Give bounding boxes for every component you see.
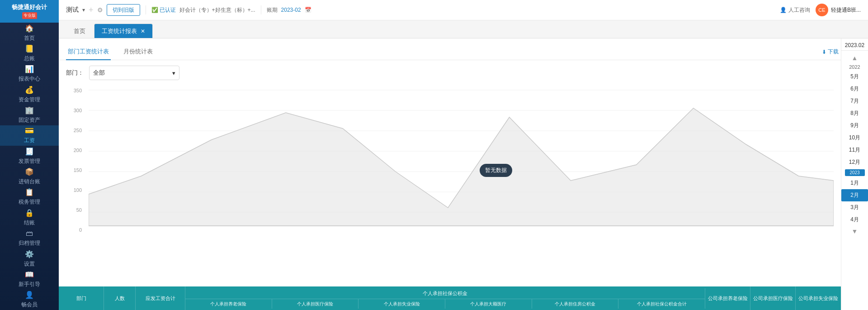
date-month-11[interactable]: 11月 xyxy=(841,144,868,156)
sidebar-label-member: 畅会员 xyxy=(21,301,38,309)
sidebar-item-settings[interactable]: ⚙️ 设置 xyxy=(0,248,59,269)
sidebar-item-salary[interactable]: 💳 工资 xyxy=(0,125,59,146)
tooltip-text: 暂无数据 xyxy=(485,167,507,173)
sidebar-item-closing[interactable]: 🔒 结账 xyxy=(0,207,59,228)
col-total-salary: 应发工资合计 xyxy=(136,286,185,310)
dept-select[interactable]: 全部 ▾ xyxy=(89,66,179,80)
sidebar-label-home: 首页 xyxy=(24,34,35,42)
sidebar-item-ledger[interactable]: 📒 总账 xyxy=(0,43,59,63)
certified-tag: ✅ 已认证 xyxy=(151,6,176,14)
user-info[interactable]: CE 轻捷通B班... xyxy=(816,4,861,16)
date-month-8[interactable]: 8月 xyxy=(841,107,868,119)
download-btn[interactable]: ⬇ 下载 xyxy=(822,48,839,56)
chevron-down-icon: ▾ xyxy=(172,70,175,76)
y-label-50: 50 xyxy=(66,207,82,213)
sidebar-label-ledger: 总账 xyxy=(24,55,35,62)
col-personal-unemployment: 个人承担失业保险 xyxy=(359,299,445,309)
col-personal-major-medical: 个人承担大额医疗 xyxy=(445,299,532,309)
y-label-100: 100 xyxy=(66,187,82,193)
sidebar-item-tax[interactable]: 📋 税务管理 xyxy=(0,187,59,207)
tab-home-label: 首页 xyxy=(74,27,85,35)
date-month-1[interactable]: 1月 xyxy=(841,177,868,189)
user-name: 轻捷通B班... xyxy=(831,6,861,14)
dept-select-value: 全部 xyxy=(93,69,105,77)
col-company-medical: 公司承担医疗保险 xyxy=(750,286,796,310)
sub-tab-dept[interactable]: 部门工资统计表 xyxy=(66,44,111,60)
date-month-10[interactable]: 10月 xyxy=(841,132,868,144)
sidebar-label-funds: 资金管理 xyxy=(19,96,40,104)
header-title: 测试 xyxy=(66,6,79,14)
period-label: 账期 xyxy=(267,6,278,14)
date-month-3[interactable]: 3月 xyxy=(841,201,868,214)
header-right: 👤 人工咨询 CE 轻捷通B班... xyxy=(780,4,861,16)
sidebar-item-archive[interactable]: 🗃 归档管理 xyxy=(0,228,59,248)
tab-bar: 首页 工资统计报表 ✕ xyxy=(59,20,868,38)
download-icon: ⬇ xyxy=(822,49,826,55)
period-value: 2023-02 xyxy=(281,7,301,13)
tab-salary-report-label: 工资统计报表 xyxy=(102,27,137,35)
tab-home[interactable]: 首页 xyxy=(66,24,93,38)
separator-1 xyxy=(146,5,146,14)
prev-year-label: 2022 xyxy=(848,63,861,71)
sidebar-label-archive: 归档管理 xyxy=(19,239,40,247)
col-dept: 部门 xyxy=(59,286,104,310)
date-month-12[interactable]: 12月 xyxy=(841,156,868,168)
sub-tab-monthly[interactable]: 月份统计表 xyxy=(122,44,155,60)
date-month-2[interactable]: 2月 xyxy=(841,189,868,201)
date-month-5[interactable]: 5月 xyxy=(841,71,868,83)
tax-icon: 📋 xyxy=(25,188,34,196)
header-dropdown[interactable]: ▾ xyxy=(82,7,85,13)
separator-2 xyxy=(261,5,261,14)
tab-close-btn[interactable]: ✕ xyxy=(141,28,145,34)
app-logo: 畅捷通好会计 专业版 xyxy=(0,0,59,23)
sidebar-label-assets: 固定资产 xyxy=(19,116,40,124)
chart-area xyxy=(89,108,834,226)
gear-button[interactable]: ⚙ xyxy=(97,6,103,14)
home-icon: 🏠 xyxy=(25,24,34,33)
y-label-0: 0 xyxy=(66,227,82,233)
sidebar-item-reports[interactable]: 📊 报表中心 xyxy=(0,64,59,84)
chart-container: 350 300 250 200 150 100 50 0 暂无数据 xyxy=(59,86,868,248)
calendar-icon[interactable]: 📅 xyxy=(305,7,311,13)
closing-icon: 🔒 xyxy=(25,209,34,217)
sidebar-item-invoice[interactable]: 🧾 发票管理 xyxy=(0,146,59,166)
group-header: 个人承担社保公积金 xyxy=(185,288,705,299)
add-button[interactable]: + xyxy=(89,5,94,15)
date-month-4[interactable]: 4月 xyxy=(841,214,868,226)
date-nav-down[interactable]: ▼ xyxy=(850,226,860,237)
col-company-unemployment: 公司承担失业保险 xyxy=(796,286,841,310)
sidebar-label-settings: 设置 xyxy=(24,260,35,268)
salary-icon: 💳 xyxy=(25,126,34,135)
sidebar-item-guide[interactable]: 📖 新手引导 xyxy=(0,269,59,289)
consult-btn[interactable]: 👤 人工咨询 xyxy=(780,6,810,14)
logo-badge: 专业版 xyxy=(22,12,37,19)
tab-salary-report[interactable]: 工资统计报表 ✕ xyxy=(94,24,153,38)
sidebar: 畅捷通好会计 专业版 🏠 首页 📒 总账 📊 报表中心 💰 资金管理 🏢 固定资… xyxy=(0,0,59,310)
sidebar-label-invoice: 发票管理 xyxy=(19,157,40,165)
year-2023-badge[interactable]: 2023 xyxy=(845,169,865,176)
y-label-200: 200 xyxy=(66,148,82,153)
sidebar-label-guide: 新手引导 xyxy=(19,281,40,288)
sidebar-item-inventory[interactable]: 📦 进销台账 xyxy=(0,166,59,186)
sidebar-label-inventory: 进销台账 xyxy=(19,178,40,186)
table-header: 部门 人数 应发工资合计 个人承担社保公积金 个人承担养老保险 个人承担医疗保险… xyxy=(59,286,841,310)
archive-icon: 🗃 xyxy=(26,229,33,238)
sidebar-item-home[interactable]: 🏠 首页 xyxy=(0,23,59,43)
y-label-300: 300 xyxy=(66,108,82,113)
date-month-9[interactable]: 9月 xyxy=(841,119,868,132)
chart-svg xyxy=(89,86,834,230)
sidebar-item-funds[interactable]: 💰 资金管理 xyxy=(0,84,59,105)
main-content: 部门工资统计表 月份统计表 ⬇ 下载 ↻ 刷新 部门： 全部 ▾ 350 300 xyxy=(59,38,868,310)
group-body: 个人承担养老保险 个人承担医疗保险 个人承担失业保险 个人承担大额医疗 个人承担… xyxy=(185,299,705,309)
date-nav-up[interactable]: ▲ xyxy=(850,52,860,63)
switch-old-btn[interactable]: 切到旧版 xyxy=(107,4,140,16)
date-sidebar: 2023.02 ▲ 2022 5月 6月 7月 8月 9月 10月 11月 12… xyxy=(841,38,868,310)
sidebar-item-assets[interactable]: 🏢 固定资产 xyxy=(0,105,59,125)
y-label-150: 150 xyxy=(66,167,82,173)
consult-icon: 👤 xyxy=(780,7,787,13)
settings-icon: ⚙️ xyxy=(25,250,34,258)
date-month-7[interactable]: 7月 xyxy=(841,95,868,107)
avatar: CE xyxy=(816,4,828,16)
date-month-6[interactable]: 6月 xyxy=(841,83,868,95)
sidebar-item-member[interactable]: 👤 畅会员 xyxy=(0,290,59,310)
